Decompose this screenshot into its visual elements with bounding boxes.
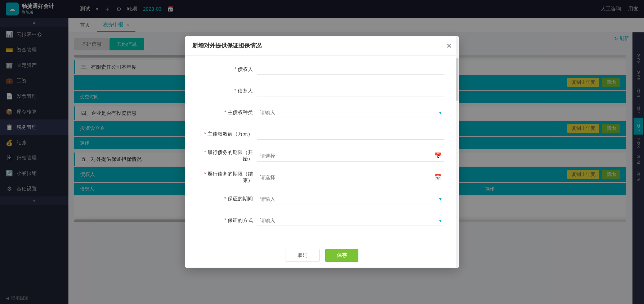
dialog-scrollbar[interactable] <box>456 36 459 268</box>
form-row-period-end: * 履行债务的期限（结束） 📅 <box>200 171 444 184</box>
dialog-scrollbar-thumb <box>456 58 459 101</box>
label-debt-type: * 主债权种类 <box>200 109 257 116</box>
required-debt-type: * <box>224 109 226 115</box>
label-creditor: * 债权人 <box>200 66 257 73</box>
select-input-debt-type[interactable] <box>260 110 439 115</box>
chevron-down-icon-guarantee-period[interactable]: ▾ <box>439 196 442 202</box>
date-wrap-period-end: 📅 <box>257 172 444 183</box>
label-text-period-start: 履行债务的期限（开始） <box>207 149 253 162</box>
save-button[interactable]: 保存 <box>325 249 358 262</box>
dialog-header: 新增对外提供保证担保情况 ✕ <box>185 36 459 56</box>
label-text-debt-amount: 主债权数额（万元） <box>207 131 253 137</box>
input-debt-amount[interactable] <box>257 129 444 140</box>
form-row-debt-amount: * 主债权数额（万元） <box>200 128 444 141</box>
label-period-start: * 履行债务的期限（开始） <box>200 149 257 162</box>
select-input-guarantee-method[interactable] <box>260 218 439 223</box>
required-guarantee-method: * <box>224 217 226 223</box>
form-row-debt-type: * 主债权种类 ▾ <box>200 106 444 119</box>
date-wrap-period-start: 📅 <box>257 150 444 162</box>
date-input-period-start[interactable] <box>260 153 434 159</box>
form-row-creditor: * 债权人 <box>200 63 444 76</box>
select-wrap-guarantee-period: ▾ <box>257 194 444 204</box>
form-row-debtor: * 债务人 <box>200 85 444 97</box>
form-row-guarantee-period: * 保证的期间 ▾ <box>200 192 444 205</box>
label-guarantee-period: * 保证的期间 <box>200 196 257 202</box>
form-row-period-start: * 履行债务的期限（开始） 📅 <box>200 149 444 162</box>
required-guarantee-period: * <box>224 196 226 201</box>
calendar-icon-period-end[interactable]: 📅 <box>434 174 442 181</box>
select-input-guarantee-period[interactable] <box>260 196 439 202</box>
required-creditor: * <box>234 66 236 72</box>
chevron-down-icon-guarantee-method[interactable]: ▾ <box>439 218 442 223</box>
label-text-period-end: 履行债务的期限（结束） <box>207 171 253 183</box>
required-period-end: * <box>204 171 206 177</box>
chevron-down-icon-debt-type[interactable]: ▾ <box>439 110 442 115</box>
required-debtor: * <box>234 88 236 94</box>
cancel-button[interactable]: 取消 <box>286 249 319 262</box>
calendar-icon-period-start[interactable]: 📅 <box>434 152 442 159</box>
label-guarantee-method: * 保证的方式 <box>200 217 257 224</box>
dialog-body: * 债权人 * 债务人 * 主债权种类 <box>185 56 459 243</box>
input-creditor[interactable] <box>257 64 444 75</box>
required-debt-amount: * <box>204 131 206 137</box>
dialog-footer: 取消 保存 <box>185 243 459 268</box>
label-text-guarantee-period: 保证的期间 <box>228 196 253 201</box>
label-period-end: * 履行债务的期限（结束） <box>200 171 257 184</box>
label-debtor: * 债务人 <box>200 88 257 94</box>
label-text-creditor: 债权人 <box>238 66 253 72</box>
dialog-close-button[interactable]: ✕ <box>446 43 452 49</box>
label-text-debtor: 债务人 <box>238 88 253 94</box>
date-input-period-end[interactable] <box>260 174 434 180</box>
input-debtor[interactable] <box>257 86 444 96</box>
label-debt-amount: * 主债权数额（万元） <box>200 131 257 137</box>
dialog: 新增对外提供保证担保情况 ✕ * 债权人 * 债务人 <box>185 36 459 268</box>
select-wrap-debt-type: ▾ <box>257 108 444 118</box>
required-period-start: * <box>204 149 206 155</box>
dialog-overlay[interactable]: 新增对外提供保证担保情况 ✕ * 债权人 * 债务人 <box>0 0 644 304</box>
label-text-guarantee-method: 保证的方式 <box>228 217 253 223</box>
dialog-title: 新增对外提供保证担保情况 <box>192 42 261 50</box>
select-wrap-guarantee-method: ▾ <box>257 215 444 226</box>
form-row-guarantee-method: * 保证的方式 ▾ <box>200 214 444 227</box>
label-text-debt-type: 主债权种类 <box>228 109 253 115</box>
